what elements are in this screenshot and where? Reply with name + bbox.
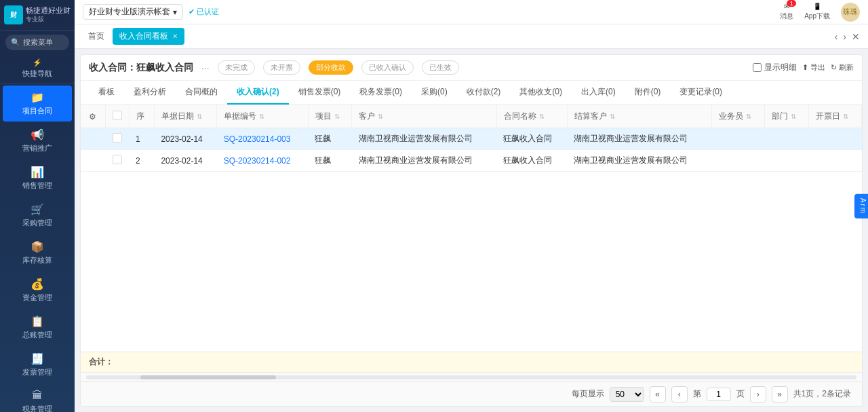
prev-page-button[interactable]: ‹: [671, 386, 688, 402]
table-row[interactable]: 2 2023-02-14 SQ-20230214-002 狂飙 湖南卫视商业运营…: [81, 150, 862, 172]
message-button[interactable]: ✉ 消息 1: [780, 3, 793, 21]
subtab-purchase[interactable]: 采购(0): [412, 81, 457, 105]
certified-badge: ✔ 已认证: [189, 7, 219, 17]
company-selector[interactable]: 好业财专业版演示帐套 ▾: [83, 4, 183, 20]
sidebar-item-project-contract[interactable]: 📁 项目合同: [3, 86, 72, 121]
contract-name-column-header[interactable]: 合同名称 ⇅: [496, 105, 567, 128]
first-page-button[interactable]: «: [650, 386, 666, 402]
subtab-revenue-confirm[interactable]: 收入确认(2): [227, 81, 289, 105]
status-incomplete[interactable]: 未完成: [218, 60, 255, 75]
tab-contract-board[interactable]: 收入合同看板 ✕: [113, 28, 184, 45]
scroll-thumb[interactable]: [140, 375, 276, 379]
search-menu[interactable]: 🔍 搜索菜单: [5, 35, 69, 50]
contract-name-sort-icon[interactable]: ⇅: [539, 113, 545, 120]
table-row[interactable]: 1 2023-02-14 SQ-20230214-003 狂飙 湖南卫视商业运营…: [81, 128, 862, 150]
tab-home[interactable]: 首页: [83, 31, 110, 42]
row-checkbox-cell[interactable]: [105, 128, 129, 150]
final-customer-column-header[interactable]: 结算客户 ⇅: [567, 105, 711, 128]
status-partial[interactable]: 部分收款: [309, 60, 353, 75]
tab-close-all-icon[interactable]: ✕: [852, 31, 860, 42]
sidebar-item-invoice[interactable]: 🧾 发票管理: [3, 347, 72, 383]
date-sort-icon[interactable]: ⇅: [197, 113, 202, 120]
sidebar-item-ledger[interactable]: 📋 总账管理: [3, 310, 72, 345]
subtab-warehouse[interactable]: 出入库(0): [572, 81, 625, 105]
sidebar-item-sales[interactable]: 📊 销售管理: [3, 160, 72, 196]
next-page-button[interactable]: ›: [750, 386, 766, 402]
row-order-no[interactable]: SQ-20230214-003: [217, 128, 309, 150]
subtab-overview[interactable]: 合同概的: [176, 81, 227, 105]
logo-icon: 财: [4, 5, 23, 24]
order-no-link[interactable]: SQ-20230214-003: [224, 134, 291, 144]
row-checkbox[interactable]: [113, 133, 122, 143]
subtab-sales-invoice[interactable]: 销售发票(0): [289, 81, 351, 105]
row-checkbox-cell[interactable]: [105, 150, 129, 172]
settings-icon[interactable]: ⚙: [89, 112, 96, 121]
sidebar-item-inventory[interactable]: 📦 库存核算: [3, 235, 72, 271]
user-avatar[interactable]: 珠珠: [841, 3, 860, 22]
subtab-board[interactable]: 看板: [89, 81, 124, 105]
sidebar-item-tax[interactable]: 🏛 税务管理: [3, 384, 72, 412]
department-sort-icon[interactable]: ⇅: [791, 113, 796, 120]
show-detail-checkbox[interactable]: [753, 63, 762, 72]
horizontal-scrollbar[interactable]: [81, 372, 862, 381]
status-uninvoiced[interactable]: 未开票: [263, 60, 300, 75]
row-invoice-date: [808, 150, 861, 172]
salesperson-sort-icon[interactable]: ⇅: [746, 113, 751, 120]
more-options-icon[interactable]: ···: [201, 62, 210, 73]
tab-active-label: 收入合同看板: [119, 31, 168, 42]
order-no-column-header[interactable]: 单据编号 ⇅: [217, 105, 309, 128]
subtab-payment[interactable]: 收付款(2): [457, 81, 511, 105]
app-download-button[interactable]: 📱 App下载: [804, 3, 830, 21]
select-all-checkbox[interactable]: [113, 111, 122, 120]
tab-prev-icon[interactable]: ‹: [835, 31, 838, 42]
sidebar-item-purchase[interactable]: 🛒 采购管理: [3, 198, 72, 233]
row-department: [765, 128, 809, 150]
tab-close-icon[interactable]: ✕: [172, 33, 178, 40]
sidebar-item-funds[interactable]: 💰 资金管理: [3, 272, 72, 308]
scroll-track[interactable]: [86, 375, 856, 379]
row-final-customer: 湖南卫视商业运营发展有限公司: [567, 128, 711, 150]
subtab-attachments[interactable]: 附件(0): [625, 81, 671, 105]
subtab-tax-invoice[interactable]: 税务发票(0): [350, 81, 412, 105]
order-no-sort-icon[interactable]: ⇅: [259, 113, 264, 120]
refresh-button[interactable]: ↻ 刷新: [831, 62, 854, 73]
salesperson-column-header[interactable]: 业务员 ⇅: [711, 105, 764, 128]
show-detail-toggle[interactable]: 显示明细: [753, 62, 797, 73]
checkbox-column-header[interactable]: [105, 105, 129, 128]
row-settings: [81, 128, 105, 150]
export-button[interactable]: ⬆ 导出: [802, 62, 825, 73]
customer-column-header[interactable]: 客户 ⇅: [352, 105, 496, 128]
project-sort-icon[interactable]: ⇅: [334, 113, 340, 120]
row-order-no[interactable]: SQ-20230214-002: [217, 150, 309, 172]
per-page-select[interactable]: 50 100 200: [610, 387, 644, 402]
subtab-profit[interactable]: 盈利分析: [124, 81, 176, 105]
subtab-change-log[interactable]: 变更记录(0): [670, 81, 732, 105]
sidebar-item-label: 项目合同: [22, 106, 52, 116]
customer-sort-icon[interactable]: ⇅: [378, 113, 383, 120]
funds-icon: 💰: [31, 278, 44, 291]
ledger-icon: 📋: [31, 315, 44, 328]
data-table: ⚙ 序 单据日期 ⇅: [81, 105, 862, 172]
final-customer-sort-icon[interactable]: ⇅: [610, 113, 615, 120]
quick-nav[interactable]: ⚡ 快捷导航: [0, 54, 75, 83]
status-confirmed[interactable]: 已收入确认: [361, 60, 414, 75]
page-input[interactable]: [707, 388, 731, 401]
last-page-button[interactable]: »: [772, 386, 788, 402]
sidebar-item-label: 总账管理: [22, 330, 52, 340]
invoice-date-sort-icon[interactable]: ⇅: [843, 113, 848, 120]
sidebar-item-marketing[interactable]: 📢 营销推广: [3, 123, 72, 159]
tab-next-icon[interactable]: ›: [843, 31, 846, 42]
quick-nav-icon: ⚡: [33, 58, 42, 67]
right-edge-panel[interactable]: Arm: [854, 193, 868, 218]
check-icon: ✔: [189, 7, 195, 16]
order-no-link[interactable]: SQ-20230214-002: [224, 156, 291, 166]
invoice-date-column-header[interactable]: 开票日 ⇅: [808, 105, 861, 128]
department-column-header[interactable]: 部门 ⇅: [765, 105, 809, 128]
row-checkbox[interactable]: [113, 155, 122, 164]
status-active[interactable]: 已生效: [422, 60, 459, 75]
date-column-header[interactable]: 单据日期 ⇅: [154, 105, 216, 128]
settings-column-header[interactable]: ⚙: [81, 105, 105, 128]
project-column-header[interactable]: 项目 ⇅: [308, 105, 352, 128]
subtab-other-income[interactable]: 其他收支(0): [510, 81, 572, 105]
sidebar: 财 畅捷通好业财 专业版 🔍 搜索菜单 ⚡ 快捷导航 📁 项目合同 📢 营销推广…: [0, 0, 75, 412]
